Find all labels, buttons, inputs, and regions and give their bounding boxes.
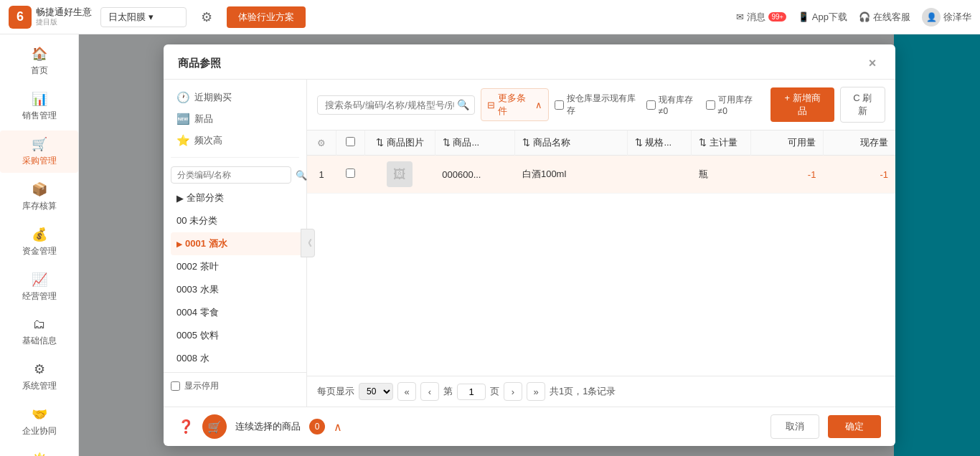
sidebar-item-finance[interactable]: 💰 资金管理 [0,221,78,263]
product-search-input[interactable] [317,95,475,115]
th-avail[interactable]: 可用量 [751,130,824,156]
active-arrow-icon: ▶ [176,240,182,248]
selected-label: 连续选择的商品 [235,420,301,433]
help-icon[interactable]: ❓ [178,419,194,434]
cell-spec [627,156,691,194]
warehouse-checkbox[interactable] [555,100,564,110]
checkbox-avail-ne0[interactable]: 可用库存≠0 [706,94,760,116]
sidebar-label-inventory: 库存核算 [22,200,57,212]
logo-area: 6 畅捷通好生意 捷目版 [9,6,92,29]
row-checkbox[interactable] [346,168,355,178]
sidebar: 🏠 首页 📊 销售管理 🛒 采购管理 📦 库存核算 💰 资金管理 📈 经营管理 … [0,34,79,456]
th-settings[interactable]: ⚙ [307,130,336,156]
nav-store-dropdown[interactable]: 日太阳膜 ▾ [100,7,187,27]
category-search-input[interactable] [171,166,291,184]
avail-ne0-checkbox[interactable] [706,100,715,110]
th-unit[interactable]: ⇅ 主计量 [692,130,751,156]
cat-0008[interactable]: 0008 水 [171,347,306,370]
collapse-panel-button[interactable]: 《 [301,229,315,257]
nav-user[interactable]: 👤 徐泽华 [922,8,971,27]
sidebar-item-enterprise[interactable]: 🤝 企业协同 [0,401,78,443]
refresh-button[interactable]: C 刷新 [840,87,885,123]
cat-00[interactable]: 00 未分类 [171,209,306,232]
modal-left-footer: 显示停用 [164,372,306,399]
sidebar-item-inventory[interactable]: 📦 库存核算 [0,176,78,218]
cat-0002[interactable]: 0002 茶叶 [171,255,306,278]
pagination: 每页显示 50 « ‹ 第 页 › » 共1页，1条记录 [307,376,895,407]
table-row[interactable]: 1 🖼 000600... 白酒100ml 瓶 [307,156,895,194]
collapse-footer-icon[interactable]: ∧ [334,420,342,434]
prev-page-button[interactable]: ‹ [420,382,439,401]
cat-0004[interactable]: 0004 零食 [171,301,306,324]
chevron-down-icon: ▾ [149,11,154,22]
purchase-icon: 🛒 [32,136,47,152]
sidebar-label-purchase: 采购管理 [22,155,57,167]
select-all-checkbox[interactable] [346,137,355,146]
th-spec[interactable]: ⇅ 规格... [627,130,691,156]
sidebar-label-sales: 销售管理 [22,110,57,122]
sidebar-item-sales[interactable]: 📊 销售管理 [0,85,78,128]
settings-icon[interactable]: ⚙ [195,6,218,29]
product-table-wrap: ⚙ ⇅ 商品图片 ⇅ 商品... [307,130,895,376]
product-image: 🖼 [387,161,413,187]
divider [171,157,299,158]
total-records: 共1页，1条记录 [550,385,616,398]
modal-left-panel: 🕐 近期购买 🆕 新品 ⭐ 频次高 [164,80,307,407]
gear-icon[interactable]: ⚙ [317,138,326,148]
cell-img: 🖼 [364,156,435,194]
next-page-button[interactable]: › [504,382,522,401]
sidebar-label-system: 系统管理 [22,380,57,392]
checkbox-stock-ne0[interactable]: 现有库存≠0 [646,94,700,116]
logo-sub: 捷目版 [36,17,92,27]
category-search-icon[interactable]: 🔍 [296,170,307,181]
cell-check[interactable] [336,156,364,194]
trial-button[interactable]: 体验行业方案 [227,6,306,28]
sidebar-item-guide[interactable]: 🌟 新手引导 [0,446,78,456]
sidebar-item-home[interactable]: 🏠 首页 [0,40,78,82]
sidebar-item-system[interactable]: ⚙ 系统管理 [0,356,78,398]
show-disabled-checkbox[interactable] [171,381,180,391]
stock-ne0-checkbox[interactable] [646,100,656,110]
checkbox-warehouse[interactable]: 按仓库显示现有库存 [555,92,640,117]
nav-service[interactable]: 🎧 在线客服 [859,11,910,24]
cat-0005[interactable]: 0005 饮料 [171,324,306,347]
sidebar-label-home: 首页 [31,65,48,77]
quicklink-new[interactable]: 🆕 新品 [171,108,299,130]
nav-app-download[interactable]: 📱 App下载 [798,11,847,24]
th-name[interactable]: ⇅ 商品名称 [515,130,627,156]
filter-button[interactable]: ⊟ 更多条件 ∧ [481,88,549,121]
quicklink-frequent[interactable]: ⭐ 频次高 [171,130,299,151]
modal-close-button[interactable]: × [864,54,881,72]
sidebar-label-info: 基础信息 [22,335,57,347]
quicklink-recent[interactable]: 🕐 近期购买 [171,87,299,108]
th-stock[interactable]: 现存量 [823,130,895,156]
search-icon[interactable]: 🔍 [457,99,469,110]
logo-icon: 6 [9,6,32,29]
add-product-button[interactable]: + 新增商品 [771,87,834,122]
star-icon: ⭐ [176,134,190,147]
clock-icon: 🕐 [176,91,190,104]
nav-message[interactable]: ✉ 消息 99+ [736,11,786,24]
page-size-select[interactable]: 50 [359,383,393,400]
cell-avail: -1 [751,156,824,194]
cat-0003[interactable]: 0003 水果 [171,278,306,301]
sidebar-item-operations[interactable]: 📈 经营管理 [0,266,78,308]
sort-unit-icon: ⇅ [699,137,707,148]
sidebar-item-info[interactable]: 🗂 基础信息 [0,311,78,353]
system-icon: ⚙ [34,361,45,377]
first-page-button[interactable]: « [397,382,416,401]
page-number-input[interactable] [457,384,486,400]
cell-num: 1 [307,156,336,194]
operations-icon: 📈 [32,272,47,288]
th-code[interactable]: ⇅ 商品... [435,130,515,156]
headset-icon: 🎧 [859,11,870,22]
last-page-button[interactable]: » [527,382,545,401]
cancel-button[interactable]: 取消 [771,414,819,439]
cart-icon[interactable]: 🛒 [202,414,227,439]
sort-code-icon: ⇅ [443,137,451,148]
sidebar-item-purchase[interactable]: 🛒 采购管理 [0,130,78,173]
confirm-button[interactable]: 确定 [828,415,881,438]
cat-all[interactable]: ▶ 全部分类 [171,186,306,209]
cat-0001[interactable]: ▶ 0001 酒水 [171,232,306,255]
message-badge: 99+ [768,12,786,22]
